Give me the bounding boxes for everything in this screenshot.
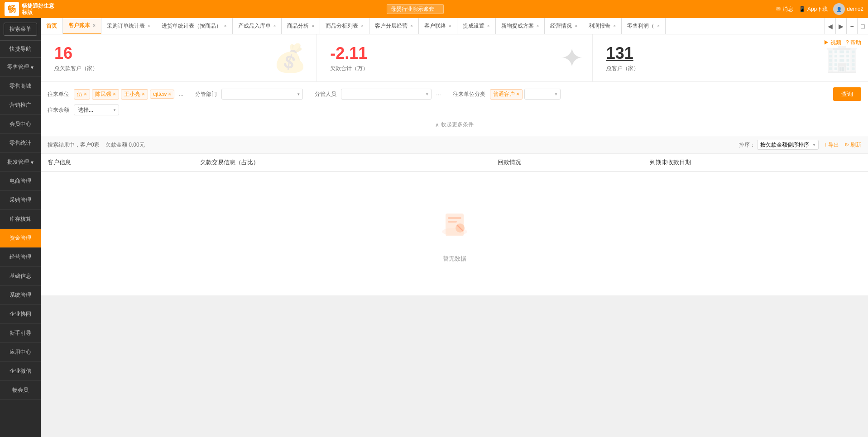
unit-tag-close-2[interactable]: × [142,91,145,97]
sidebar-item-system[interactable]: 系统管理 [0,286,41,305]
refresh-btn[interactable]: ↻ 刷新 [844,141,861,149]
tab-raise_settings[interactable]: 提成设置× [457,18,496,34]
tab-product_inbound[interactable]: 产成品入库单× [233,18,282,34]
sidebar-item-marketing[interactable]: 营销推广 [0,96,41,115]
unit-tag-close-0[interactable]: × [84,91,87,97]
tab-minimize-btn[interactable]: − [846,18,857,34]
tab-close-inbound_stats[interactable]: × [224,24,227,28]
tab-close-accounts[interactable]: × [93,23,96,28]
balance-select[interactable]: 选择... [74,104,119,115]
tab-label-profit_report: 利润报告 [589,22,610,30]
result-info: 搜索结果中，客户0家 欠款金额 0.00元 [48,141,145,149]
data-table: 客户信息 欠款交易信息（占比） 回款情况 到期未收款日期 [41,154,868,296]
sidebar-item-wechat[interactable]: 企业微信 [0,362,41,381]
tab-accounts[interactable]: 客户账本× [63,18,101,34]
person-select[interactable] [341,89,432,100]
total-debt-customers-label: 总欠款客户（家） [54,65,98,72]
unit-tag-label-2: 王小亮 [124,90,140,98]
unit-tag-label-1: 陈民强 [95,90,111,98]
sidebar-item-ecommerce[interactable]: 电商管理 [0,172,41,191]
tab-home[interactable]: 首页 [41,18,63,34]
tab-business_situation[interactable]: 经营情况× [545,18,583,34]
sidebar-item-vip[interactable]: 畅会员 [0,381,41,400]
dept-select[interactable] [221,89,303,100]
tab-close-product_analysis_list[interactable]: × [361,24,364,28]
unit-class-tag-close[interactable]: × [516,91,519,97]
search-menu-btn[interactable]: 搜索菜单 [4,23,37,36]
top-bar-center: 母婴行业演示账套 [387,4,444,14]
quick-nav-btn[interactable]: 快捷导航 [0,41,41,58]
page-content: 16 总欠款客户（家） 💰 -2.11 欠款合计（万） ✦ ▶ 视频 [41,34,868,437]
app-download-btn[interactable]: 📱 App下载 [799,5,828,13]
sidebar-item-inventory[interactable]: 库存核算 [0,210,41,229]
tab-prev-btn[interactable]: ◀ [825,18,835,34]
collapse-btn[interactable]: ∧ 收起更多条件 [435,121,474,128]
tab-inbound_stats[interactable]: 进货单统计表（按商品）× [156,18,233,34]
message-btn[interactable]: ✉ 消息 [776,5,793,13]
tab-new_raise_plan[interactable]: 新增提成方案× [496,18,545,34]
tab-close-new_raise_plan[interactable]: × [537,24,539,28]
unit-tag-0[interactable]: 伍× [74,89,90,100]
tab-next-btn[interactable]: ▶ [835,18,846,34]
tab-customer_contact[interactable]: 客户联络× [419,18,457,34]
col-customer-info: 客户信息 [41,154,193,171]
unit-tag-close-1[interactable]: × [113,91,116,97]
tab-close-retail_profit[interactable]: × [657,24,660,28]
tab-maximize-btn[interactable]: □ [857,18,868,34]
sidebar-item-basic[interactable]: 基础信息 [0,267,41,286]
export-btn[interactable]: ↑ 导出 [824,141,839,149]
tab-bar: 首页客户账本×采购订单统计表×进货单统计表（按商品）×产成品入库单×商品分析×商… [41,18,868,34]
filter-area: 往来单位 伍×陈民强×王小亮×cjttcw× ... 分管部门 分管人员 [41,82,868,136]
sidebar-item-finance[interactable]: 资金管理 [0,229,41,248]
dept-label: 分管部门 [195,90,217,98]
sidebar-item-arrow-retail: ▾ [31,64,34,71]
tab-purchase_order_stats[interactable]: 采购订单统计表× [101,18,156,34]
unit-class-tag[interactable]: 普通客户 × [490,89,523,100]
tab-product_analysis[interactable]: 商品分析× [282,18,320,34]
tab-close-profit_report[interactable]: × [613,24,616,28]
top-bar-right: ✉ 消息 📱 App下载 👤 demo2 [776,3,863,15]
user-btn[interactable]: 👤 demo2 [833,3,863,15]
query-btn[interactable]: 查询 [833,87,861,101]
tab-profit_report[interactable]: 利润报告× [583,18,622,34]
unit-tag-1[interactable]: 陈民强× [92,89,119,100]
message-icon: ✉ [776,6,781,12]
debt-bg-icon: ✦ [561,42,583,74]
tab-customer_segment[interactable]: 客户分层经营× [369,18,419,34]
tab-close-purchase_order_stats[interactable]: × [148,24,150,28]
sidebar-item-operations[interactable]: 经营管理 [0,248,41,267]
tab-close-customer_contact[interactable]: × [449,24,451,28]
sidebar-item-purchase[interactable]: 采购管理 [0,191,41,210]
sidebar-item-wholesale[interactable]: 批发管理▾ [0,153,41,172]
demo-selector[interactable]: 母婴行业演示账套 [387,4,444,14]
unit-tag-close-3[interactable]: × [168,91,171,97]
summary-card-debt: -2.11 欠款合计（万） ✦ [317,34,592,81]
more-tags-btn[interactable]: ... [179,91,183,97]
customers-bg-icon: 💰 [273,42,307,74]
sidebar-item-retail_stats[interactable]: 零售统计 [0,134,41,153]
tab-close-product_analysis[interactable]: × [312,24,314,28]
tab-close-customer_segment[interactable]: × [410,24,413,28]
unit-tag-2[interactable]: 王小亮× [121,89,148,100]
total-customers-num: 131 [606,43,633,63]
sidebar-item-member[interactable]: 会员中心 [0,115,41,134]
sort-select[interactable]: 按欠款金额倒序排序 [757,140,819,150]
tab-close-raise_settings[interactable]: × [487,24,490,28]
col-debt-info: 欠款交易信息（占比） [193,154,491,171]
unit-tag-3[interactable]: cjttcw× [150,90,174,99]
tab-product_analysis_list[interactable]: 商品分析列表× [320,18,369,34]
sidebar-item-retail[interactable]: 零售管理▾ [0,58,41,77]
sidebar-item-apps[interactable]: 应用中心 [0,343,41,362]
sidebar-search-area: 搜索菜单 [0,18,41,41]
tab-retail_profit[interactable]: 零售利润（× [622,18,666,34]
svg-rect-2 [448,217,461,219]
sidebar-item-newbie[interactable]: 新手引导 [0,324,41,343]
tab-label-retail_profit: 零售利润（ [627,22,654,30]
tab-close-business_situation[interactable]: × [575,24,577,28]
sidebar-item-retail_store[interactable]: 零售商城 [0,77,41,96]
unit-class-select[interactable] [524,89,561,100]
tab-close-product_inbound[interactable]: × [273,24,276,28]
unit-tag-label-0: 伍 [77,90,82,98]
total-debt-customers-num: 16 [54,43,72,63]
sidebar-item-cooperation[interactable]: 企业协同 [0,305,41,324]
